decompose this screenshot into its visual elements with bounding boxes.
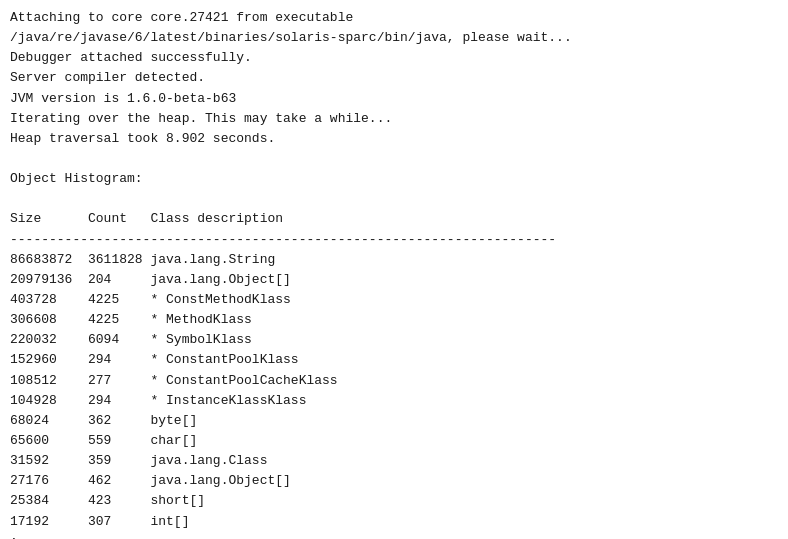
terminal-output: Attaching to core core.27421 from execut… xyxy=(10,8,778,539)
